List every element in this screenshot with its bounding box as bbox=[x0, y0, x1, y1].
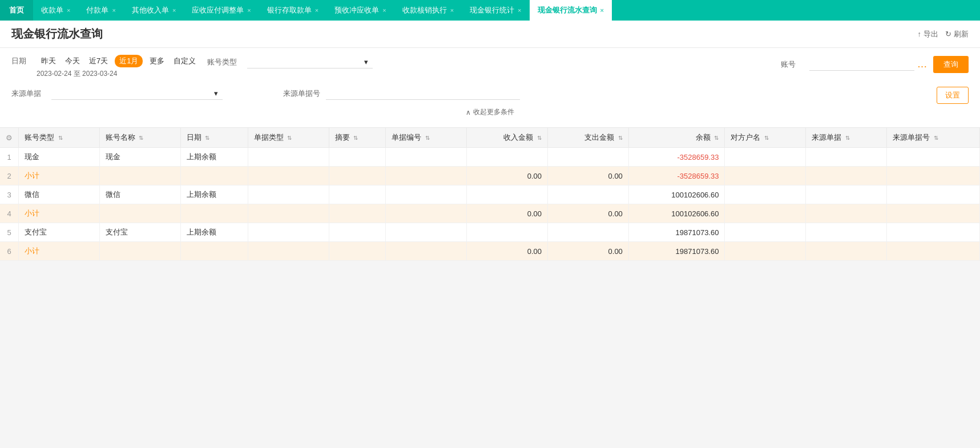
query-button[interactable]: 查询 bbox=[933, 56, 969, 73]
nav-tab-shoukuan[interactable]: 收款单 × bbox=[33, 0, 78, 21]
close-icon[interactable]: × bbox=[382, 7, 386, 14]
date-option-1month[interactable]: 近1月 bbox=[115, 55, 143, 67]
nav-home[interactable]: 首页 bbox=[0, 0, 33, 21]
cell-income: 0.00 bbox=[467, 242, 548, 261]
table-row: 4 小计 0.00 0.00 100102606.60 bbox=[0, 204, 980, 223]
gear-icon[interactable]: ⚙ bbox=[6, 134, 13, 142]
nav-tab-prepay[interactable]: 预收冲应收单 × bbox=[326, 0, 394, 21]
sort-icon: ⇅ bbox=[714, 135, 719, 141]
nav-tab-fukuan[interactable]: 付款单 × bbox=[78, 0, 123, 21]
th-summary[interactable]: 摘要 ⇅ bbox=[329, 128, 386, 148]
th-income[interactable]: 收入金额 ⇅ bbox=[467, 128, 548, 148]
sort-icon: ⇅ bbox=[205, 135, 209, 141]
refresh-icon: ↻ bbox=[945, 30, 951, 38]
date-label: 日期 bbox=[11, 56, 34, 66]
nav-tab-adjustment[interactable]: 应收应付调整单 × bbox=[184, 0, 259, 21]
row-num: 1 bbox=[0, 148, 19, 167]
date-option-7days[interactable]: 近7天 bbox=[87, 55, 110, 67]
cell-expense: 0.00 bbox=[548, 242, 629, 261]
close-icon[interactable]: × bbox=[172, 7, 176, 14]
cell-counterparty bbox=[725, 148, 806, 167]
collapse-bar[interactable]: ∧ 收起更多条件 bbox=[11, 104, 969, 120]
date-option-yesterday[interactable]: 昨天 bbox=[39, 55, 58, 67]
cell-account-name bbox=[99, 242, 180, 261]
row-num: 5 bbox=[0, 223, 19, 242]
cell-source-doc-no bbox=[887, 167, 980, 185]
account-type-select[interactable]: ▾ bbox=[247, 56, 373, 68]
cell-account-type: 现金 bbox=[19, 148, 100, 167]
cell-date bbox=[180, 204, 248, 223]
th-settings[interactable]: ⚙ bbox=[0, 128, 19, 148]
date-option-custom[interactable]: 自定义 bbox=[171, 55, 198, 67]
close-icon[interactable]: × bbox=[315, 7, 318, 14]
th-doc-type[interactable]: 单据类型 ⇅ bbox=[248, 128, 329, 148]
row-num: 4 bbox=[0, 204, 19, 223]
th-counterparty[interactable]: 对方户名 ⇅ bbox=[725, 128, 806, 148]
cell-balance: 100102606.60 bbox=[628, 204, 725, 223]
date-option-more[interactable]: 更多 bbox=[147, 55, 167, 67]
nav-tab-cash-stat[interactable]: 现金银行统计 × bbox=[462, 0, 529, 21]
close-icon[interactable]: × bbox=[247, 7, 251, 14]
cell-source-doc bbox=[806, 185, 887, 204]
account-input[interactable] bbox=[814, 60, 910, 68]
cell-doc-no bbox=[386, 148, 467, 167]
source-doc-num-input[interactable] bbox=[330, 89, 515, 98]
export-button[interactable]: ↑ 导出 bbox=[918, 29, 939, 39]
row-num: 3 bbox=[0, 185, 19, 204]
th-balance[interactable]: 余额 ⇅ bbox=[628, 128, 725, 148]
cell-doc-no bbox=[386, 167, 467, 185]
nav-tab-other-income[interactable]: 其他收入单 × bbox=[124, 0, 184, 21]
cell-date bbox=[180, 242, 248, 261]
source-doc-label: 来源单据 bbox=[11, 88, 46, 99]
th-source-doc-no[interactable]: 来源单据号 ⇅ bbox=[887, 128, 980, 148]
cell-account-name: 微信 bbox=[99, 185, 180, 204]
th-account-type[interactable]: 账号类型 ⇅ bbox=[19, 128, 100, 148]
cell-expense bbox=[548, 185, 629, 204]
close-icon[interactable]: × bbox=[112, 7, 115, 14]
sort-icon: ⇅ bbox=[58, 135, 63, 141]
cell-doc-no bbox=[386, 185, 467, 204]
cell-expense bbox=[548, 148, 629, 167]
export-icon: ↑ bbox=[918, 30, 922, 38]
table-row: 6 小计 0.00 0.00 19871073.60 bbox=[0, 242, 980, 261]
nav-tab-collection[interactable]: 收款核销执行 × bbox=[394, 0, 462, 21]
cell-source-doc bbox=[806, 204, 887, 223]
th-date[interactable]: 日期 ⇅ bbox=[180, 128, 248, 148]
table-container: ⚙ 账号类型 ⇅ 账号名称 ⇅ 日期 ⇅ 单据类型 ⇅ bbox=[0, 128, 980, 261]
th-expense[interactable]: 支出金额 ⇅ bbox=[548, 128, 629, 148]
cell-counterparty bbox=[725, 204, 806, 223]
header-actions: ↑ 导出 ↻ 刷新 bbox=[918, 29, 969, 39]
cell-account-name: 支付宝 bbox=[99, 223, 180, 242]
cell-doc-no bbox=[386, 223, 467, 242]
cell-source-doc bbox=[806, 167, 887, 185]
sort-icon: ⇅ bbox=[537, 135, 542, 141]
refresh-button[interactable]: ↻ 刷新 bbox=[945, 29, 969, 39]
cell-doc-type bbox=[248, 185, 329, 204]
filter-area: 日期 昨天 今天 近7天 近1月 更多 自定义 2023-02-24 至 202… bbox=[0, 48, 980, 128]
date-option-today[interactable]: 今天 bbox=[63, 55, 82, 67]
settings-button[interactable]: 设置 bbox=[937, 87, 969, 104]
source-doc-select[interactable]: ▾ bbox=[51, 87, 223, 100]
close-icon[interactable]: × bbox=[600, 7, 604, 14]
cell-expense bbox=[548, 223, 629, 242]
page-title: 现金银行流水查询 bbox=[11, 26, 103, 42]
cell-income: 0.00 bbox=[467, 204, 548, 223]
source-doc-num-input-wrap bbox=[326, 87, 520, 100]
nav-tab-cash-flow[interactable]: 现金银行流水查询 × bbox=[530, 0, 612, 21]
cell-account-name: 现金 bbox=[99, 148, 180, 167]
nav-tab-bank-deposit[interactable]: 银行存取款单 × bbox=[259, 0, 326, 21]
cell-doc-type bbox=[248, 242, 329, 261]
close-icon[interactable]: × bbox=[450, 7, 454, 14]
close-icon[interactable]: × bbox=[67, 7, 70, 14]
cell-source-doc-no bbox=[887, 204, 980, 223]
th-account-name[interactable]: 账号名称 ⇅ bbox=[99, 128, 180, 148]
close-icon[interactable]: × bbox=[518, 7, 521, 14]
date-options: 昨天 今天 近7天 近1月 更多 自定义 bbox=[39, 55, 198, 67]
th-source-doc[interactable]: 来源单据 ⇅ bbox=[806, 128, 887, 148]
th-doc-no[interactable]: 单据编号 ⇅ bbox=[386, 128, 467, 148]
cell-account-name bbox=[99, 204, 180, 223]
cell-date: 上期余额 bbox=[180, 223, 248, 242]
table-row: 3 微信 微信 上期余额 100102606.60 bbox=[0, 185, 980, 204]
account-dots[interactable]: ... bbox=[918, 60, 927, 69]
cell-account-type: 支付宝 bbox=[19, 223, 100, 242]
